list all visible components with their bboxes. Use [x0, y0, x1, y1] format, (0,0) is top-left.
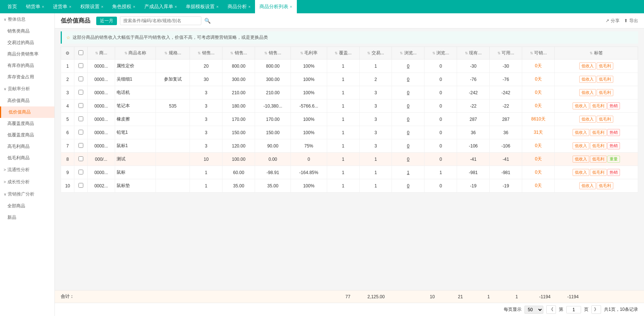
row-view1[interactable]: 0	[392, 153, 425, 166]
page-size-select[interactable]: 50 100 200	[524, 306, 543, 314]
row-checkbox[interactable]	[78, 170, 83, 174]
sidebar-item-销售类商品[interactable]: 销售类商品	[0, 26, 54, 37]
row-checkbox[interactable]	[78, 156, 83, 161]
column-header-settings[interactable]: ⚙	[61, 47, 74, 60]
nav-item-销货单[interactable]: 销货单 ×	[21, 0, 48, 13]
sidebar-group-贡献率分析[interactable]: ∨贡献率分析	[0, 83, 54, 95]
row-view1[interactable]: 0	[392, 139, 425, 153]
column-header-current_stock[interactable]: ⇅ 现有...	[457, 47, 490, 60]
time-filter-button[interactable]: 近一月	[96, 17, 117, 25]
nav-item-首页[interactable]: 首页	[3, 0, 21, 13]
sidebar-item-高覆盖度商品[interactable]: 高覆盖度商品	[0, 118, 54, 129]
column-header-tags[interactable]: ⇅ 标签	[555, 47, 638, 60]
nav-item-商品分析[interactable]: 商品分析 ×	[223, 0, 255, 13]
row-available: -106	[490, 139, 522, 153]
column-header-spec[interactable]: ⇅ 规格...	[156, 47, 190, 60]
row-view1[interactable]: 0	[392, 73, 425, 86]
nav-item-单据模板设置[interactable]: 单据模板设置 ×	[181, 0, 223, 13]
row-gross-margin: 75%	[291, 139, 327, 153]
sidebar-item-低覆盖度商品[interactable]: 低覆盖度商品	[0, 129, 54, 141]
column-header-trade[interactable]: ⇅ 交易...	[359, 47, 392, 60]
row-sales-price: 90.00	[255, 139, 291, 153]
column-header-view1[interactable]: ⇅ 浏览...	[392, 47, 425, 60]
nav-close-icon[interactable]: ×	[175, 4, 177, 9]
row-view2: 0	[425, 73, 457, 86]
row-coverage: 1	[327, 139, 359, 153]
tag-低毛利: 低毛利	[597, 76, 613, 83]
row-view1[interactable]: 0	[392, 86, 425, 99]
row-sales-amount: 180.00	[222, 99, 255, 113]
column-header-saleable[interactable]: ⇅ 可销...	[522, 47, 555, 60]
export-button[interactable]: ⬆ 导出	[624, 18, 638, 24]
row-view2: 0	[425, 60, 457, 73]
row-code: 0000...	[87, 99, 115, 113]
sidebar-item-高毛利商品[interactable]: 高毛利商品	[0, 141, 54, 152]
sidebar-item-新品[interactable]: 新品	[0, 212, 54, 223]
nav-close-icon[interactable]: ×	[248, 4, 251, 9]
row-view1[interactable]: 0	[392, 179, 425, 193]
sidebar-group-流通性分析[interactable]: >流通性分析	[0, 164, 54, 176]
sidebar-item-库存资金占用[interactable]: 库存资金占用	[0, 71, 54, 83]
nav-item-角色授权[interactable]: 角色授权 ×	[108, 0, 140, 13]
column-header-code[interactable]: ⇅ 商...	[87, 47, 115, 60]
row-view1[interactable]: 1	[392, 166, 425, 179]
nav-close-icon[interactable]: ×	[42, 4, 44, 9]
column-header-sales_amount[interactable]: ⇅ 销售...	[222, 47, 255, 60]
row-checkbox[interactable]	[78, 90, 83, 95]
chevron-icon: ∨	[4, 87, 6, 91]
row-view2: 0	[425, 99, 457, 113]
row-checkbox[interactable]	[78, 63, 83, 68]
sidebar-group-成长性分析[interactable]: >成长性分析	[0, 176, 54, 188]
column-header-coverage[interactable]: ⇅ 覆盖...	[327, 47, 359, 60]
row-checkbox[interactable]	[78, 103, 83, 108]
tag-低毛利: 低毛利	[597, 182, 613, 189]
column-header-checkbox[interactable]	[74, 47, 88, 60]
column-header-name[interactable]: ⇅ 商品名称	[115, 47, 156, 60]
row-checkbox[interactable]	[78, 77, 83, 81]
nav-item-商品分析列表[interactable]: 商品分析列表 ×	[255, 0, 296, 13]
row-tags: 低收入低毛利	[555, 73, 638, 86]
search-icon[interactable]: 🔍	[204, 18, 211, 24]
footer-view1: 1	[477, 294, 500, 299]
nav-close-icon[interactable]: ×	[101, 4, 103, 9]
search-input[interactable]	[120, 16, 201, 25]
row-code: 0000...	[87, 73, 115, 86]
nav-item-产成品入库单[interactable]: 产成品入库单 ×	[140, 0, 181, 13]
nav-close-icon[interactable]: ×	[133, 4, 135, 9]
sidebar-item-高价值商品[interactable]: 高价值商品	[0, 95, 54, 106]
nav-close-icon[interactable]: ×	[216, 4, 218, 9]
row-view1[interactable]: 0	[392, 126, 425, 139]
sidebar-group-营销推广分析[interactable]: ∨营销推广分析	[0, 188, 54, 200]
sidebar-item-全部商品[interactable]: 全部商品	[0, 200, 54, 212]
column-header-available[interactable]: ⇅ 可用...	[490, 47, 522, 60]
nav-item-进货单[interactable]: 进货单 ×	[48, 0, 76, 13]
column-header-view2[interactable]: ⇅ 浏览...	[425, 47, 457, 60]
row-checkbox[interactable]	[78, 130, 83, 135]
sidebar-item-低价值商品[interactable]: 低价值商品	[0, 106, 54, 118]
table-row: 90000...鼠标160.00-98.91-164.85%1111-981-9…	[61, 166, 638, 179]
nav-item-权限设置[interactable]: 权限设置 ×	[76, 0, 108, 13]
next-page-button[interactable]: 》	[591, 305, 601, 314]
sidebar-item-商品分类销售率[interactable]: 商品分类销售率	[0, 48, 54, 60]
row-view1[interactable]: 0	[392, 60, 425, 73]
sidebar-item-有库存的商品[interactable]: 有库存的商品	[0, 60, 54, 71]
sidebar-item-低毛利商品[interactable]: 低毛利商品	[0, 152, 54, 164]
alert-bar: ☆ 这部分商品的销售收入大幅低于商品平均销售收入，价值不高，可考虑调整营销策略，…	[61, 31, 638, 44]
nav-close-icon[interactable]: ×	[69, 4, 71, 9]
page-input[interactable]	[566, 306, 581, 313]
first-page-button[interactable]: 《	[546, 305, 556, 314]
column-header-gross_margin[interactable]: ⇅ 毛利率	[291, 47, 327, 60]
select-all-checkbox[interactable]	[78, 50, 83, 55]
column-header-sales_price[interactable]: ⇅ 销售...	[255, 47, 291, 60]
column-header-sales_qty[interactable]: ⇅ 销售...	[190, 47, 222, 60]
row-view1[interactable]: 0	[392, 113, 425, 126]
row-checkbox[interactable]	[78, 143, 83, 148]
chevron-icon: ∨	[4, 17, 6, 21]
row-checkbox[interactable]	[78, 116, 83, 121]
sidebar-group-整体信息[interactable]: ∨整体信息	[0, 13, 54, 26]
nav-close-icon[interactable]: ×	[290, 4, 292, 9]
row-view1[interactable]: 0	[392, 99, 425, 113]
share-button[interactable]: ↗ 分享	[606, 18, 620, 24]
row-checkbox[interactable]	[78, 183, 83, 188]
sidebar-item-交易过的商品[interactable]: 交易过的商品	[0, 37, 54, 48]
